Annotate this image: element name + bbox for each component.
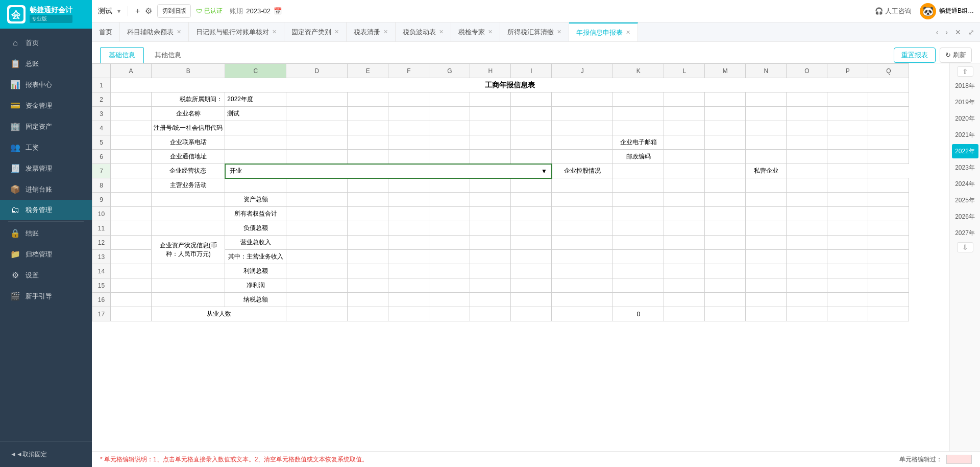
cell-11-x7[interactable] [613,221,664,236]
cell-15-x13[interactable] [868,278,909,293]
switch-old-btn[interactable]: 切到旧版 [157,4,191,18]
year-item-2026[interactable]: 2026年 [952,209,978,224]
cell-10-x7[interactable] [613,207,664,221]
cell-9-x12[interactable] [827,193,868,207]
cell-12-x5[interactable] [511,236,552,250]
cell-16-x1[interactable] [348,293,388,307]
sidebar-item-settings[interactable]: ⚙ 设置 [0,265,92,286]
cell-15-x2[interactable] [388,278,429,293]
sidebar-item-inventory[interactable]: 📦 进销台账 [0,179,92,200]
cell-13-x12[interactable] [827,250,868,264]
cell-6-r3[interactable] [787,150,827,164]
sidebar-item-ledger[interactable]: 📋 总账 [0,53,92,74]
cell-5-c1[interactable] [286,135,348,150]
tab-close-fixed_cat[interactable]: ✕ [334,29,339,35]
sidebar-item-invoice[interactable]: 🧾 发票管理 [0,158,92,179]
cell-15-x10[interactable] [746,278,787,293]
cell-3-x13[interactable] [868,107,909,121]
cell-12-x10[interactable] [746,236,787,250]
cell-11-x6[interactable] [552,221,613,236]
cell-17-c5[interactable] [511,307,552,321]
tab-close-tax_form[interactable]: ✕ [383,29,388,35]
cell-15-x6[interactable] [552,278,613,293]
cell-14-x6[interactable] [552,264,613,278]
cell-8-x3[interactable] [388,178,429,193]
cell-15-x1[interactable] [348,278,388,293]
tab-close-tax_check[interactable]: ✕ [488,29,493,35]
cell-4-x9[interactable] [664,121,705,135]
cell-11-x13[interactable] [868,221,909,236]
cell-4-x2[interactable] [348,121,388,135]
tab-close-tax_income[interactable]: ✕ [557,29,561,35]
cell-4-x14[interactable] [868,121,909,135]
cell-17-r0[interactable] [664,307,705,321]
cell-3-x3[interactable] [429,107,470,121]
tab-aux[interactable]: 科目辅助余额表✕ [120,22,189,42]
cell-12-x9[interactable] [705,236,746,250]
cell-3-x6[interactable] [552,107,613,121]
cell-14-x9[interactable] [705,264,746,278]
cell-12-x11[interactable] [787,236,827,250]
cell-15-x11[interactable] [787,278,827,293]
tab-close-tax_wave[interactable]: ✕ [439,29,444,35]
year-item-2021[interactable]: 2021年 [952,128,978,142]
cell-11-x5[interactable] [511,221,552,236]
cell-9-x2[interactable] [388,193,429,207]
cell-5-r5[interactable] [868,135,909,150]
tab-tax_check[interactable]: 税检专家✕ [451,22,500,42]
cell-13-x10[interactable] [746,250,787,264]
cell-5-c0[interactable] [225,135,286,150]
tab-prev-btn[interactable]: ‹ [934,27,941,37]
cell-14-x5[interactable] [511,264,552,278]
cell-8-x5[interactable] [470,178,511,193]
cell-10-x1[interactable] [348,207,388,221]
tab-close-annual[interactable]: ✕ [626,29,630,36]
cell-11-x2[interactable] [388,221,429,236]
cell-10-x4[interactable] [470,207,511,221]
cell-3-x4[interactable] [470,107,511,121]
cell-15-x3[interactable] [429,278,470,293]
cell-14-x0[interactable] [286,264,348,278]
cell-3-x9[interactable] [705,107,746,121]
cell-6-c4[interactable] [429,150,470,164]
cell-11-x3[interactable] [429,221,470,236]
cell-7-r0[interactable] [613,164,664,178]
cell-14-x3[interactable] [429,264,470,278]
cell-3-x2[interactable] [388,107,429,121]
cell-13-x8[interactable] [664,250,705,264]
cell-3-x0[interactable] [286,107,348,121]
refresh-btn[interactable]: ↻ 刷新 [940,48,972,63]
cell-13-x9[interactable] [705,250,746,264]
cell-16-x4[interactable] [470,293,511,307]
cell-16-x8[interactable] [664,293,705,307]
cell-10-x0[interactable] [286,207,348,221]
cell-11-x9[interactable] [705,221,746,236]
tab-fixed_cat[interactable]: 固定资产类别✕ [284,22,347,42]
cell-8-x10[interactable] [705,178,746,193]
year-item-2019[interactable]: 2019年 [952,95,978,109]
cell-4-x7[interactable] [552,121,613,135]
sidebar-item-guide[interactable]: 🎬 新手引导 [0,286,92,307]
cell-16-x6[interactable] [552,293,613,307]
cell-8-x9[interactable] [664,178,705,193]
cell-4-x5[interactable] [470,121,511,135]
cell-8-x7[interactable] [552,178,613,193]
cell-16-x5[interactable] [511,293,552,307]
cell-17-c6[interactable] [552,307,613,321]
cell-7-s0[interactable] [787,164,827,178]
tab-tax_form[interactable]: 税表清册✕ [347,22,396,42]
cell-6-r5[interactable] [868,150,909,164]
cell-7-s1[interactable] [827,164,868,178]
cell-16-x2[interactable] [388,293,429,307]
sidebar-item-closing[interactable]: 🔒 结账 [0,223,92,244]
cell-11-x1[interactable] [348,221,388,236]
cell-4-x12[interactable] [787,121,827,135]
cell-12-x2[interactable] [388,236,429,250]
cell-14-x1[interactable] [348,264,388,278]
cell-12-x13[interactable] [868,236,909,250]
cell-4-x1[interactable] [286,121,348,135]
cell-4-x0[interactable] [225,121,286,135]
cell-5-r1[interactable] [705,135,746,150]
cell-6-r0[interactable] [664,150,705,164]
cell-6-r4[interactable] [827,150,868,164]
